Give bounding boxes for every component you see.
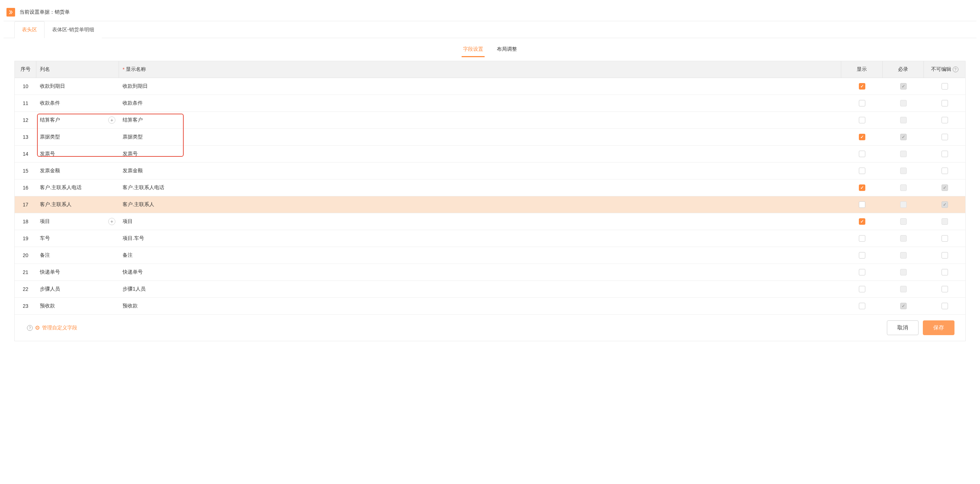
- cell-show: [841, 247, 883, 264]
- cell-noedit: [924, 112, 965, 128]
- cell-noedit: [924, 213, 965, 230]
- table-row: 12结算客户+结算客户: [15, 112, 965, 129]
- table-row: 17客户.主联系人客户.主联系人: [15, 196, 965, 213]
- cell-display-name[interactable]: 客户.主联系人: [119, 196, 841, 213]
- table-row: 23预收款预收款: [15, 298, 965, 315]
- sub-tab-0[interactable]: 字段设置: [461, 44, 485, 57]
- checkbox-show[interactable]: [859, 303, 865, 309]
- cell-display-name[interactable]: 发票金额: [119, 162, 841, 179]
- checkbox-required: [900, 269, 907, 275]
- tab-0[interactable]: 表头区: [14, 21, 45, 38]
- help-icon[interactable]: ?: [27, 325, 33, 331]
- checkbox-show[interactable]: [859, 269, 865, 275]
- checkbox-noedit[interactable]: [942, 252, 948, 258]
- main-tabs: 表头区表体区-销货单明细: [3, 21, 977, 38]
- cell-required: [883, 230, 924, 247]
- cell-required: [883, 146, 924, 162]
- checkbox-required: [900, 252, 907, 258]
- tab-1[interactable]: 表体区-销货单明细: [45, 21, 102, 38]
- cell-display-name[interactable]: 收款条件: [119, 95, 841, 111]
- cell-display-name[interactable]: 收款到期日: [119, 78, 841, 95]
- checkbox-noedit[interactable]: [942, 303, 948, 309]
- checkbox-required: [900, 83, 907, 89]
- cell-required: [883, 196, 924, 213]
- cell-display-name[interactable]: 步骤1人员: [119, 281, 841, 298]
- save-button[interactable]: 保存: [923, 320, 955, 335]
- cell-display-name[interactable]: 发票号: [119, 146, 841, 162]
- cell-seq: 20: [15, 247, 36, 264]
- cell-display-name[interactable]: 快递单号: [119, 264, 841, 280]
- cell-show: [841, 298, 883, 314]
- cell-required: [883, 162, 924, 179]
- checkbox-noedit[interactable]: [942, 117, 948, 123]
- cell-show: [841, 162, 883, 179]
- table-row: 15发票金额发票金额: [15, 162, 965, 180]
- cancel-button[interactable]: 取消: [887, 320, 918, 335]
- sub-tab-1[interactable]: 布局调整: [495, 44, 519, 57]
- plus-icon[interactable]: +: [108, 218, 115, 225]
- cell-show: [841, 230, 883, 247]
- cell-show: [841, 180, 883, 196]
- cell-noedit: [924, 129, 965, 145]
- checkbox-required: [900, 185, 907, 191]
- field-table: 序号 列名 * 显示名称 显示 必录 不可编辑 ? 10收款到期日收款到期日11…: [14, 61, 966, 315]
- table-row: 13票据类型票据类型: [15, 129, 965, 146]
- checkbox-required: [900, 218, 907, 225]
- checkbox-show[interactable]: [859, 252, 865, 258]
- plus-icon[interactable]: +: [108, 116, 115, 124]
- checkbox-show[interactable]: [859, 167, 865, 174]
- checkbox-show[interactable]: [859, 185, 865, 191]
- checkbox-noedit[interactable]: [942, 83, 948, 89]
- cell-seq: 19: [15, 230, 36, 247]
- cell-seq: 16: [15, 180, 36, 196]
- table-row: 19车号项目.车号: [15, 230, 965, 247]
- checkbox-show[interactable]: [859, 117, 865, 123]
- cell-noedit: [924, 78, 965, 95]
- header-bar: 当前设置单据：销货单: [3, 3, 977, 21]
- cell-required: [883, 95, 924, 111]
- checkbox-noedit[interactable]: [942, 100, 948, 107]
- cell-required: [883, 298, 924, 314]
- manage-custom-fields-link[interactable]: 管理自定义字段: [42, 325, 77, 331]
- checkbox-noedit[interactable]: [942, 269, 948, 275]
- table-row: 22步骤人员步骤1人员: [15, 281, 965, 298]
- checkbox-show[interactable]: [859, 83, 865, 89]
- cell-show: [841, 78, 883, 95]
- cell-show: [841, 281, 883, 298]
- checkbox-show[interactable]: [859, 134, 865, 140]
- cell-noedit: [924, 298, 965, 314]
- cell-display-name[interactable]: 预收款: [119, 298, 841, 314]
- cell-display-name[interactable]: 客户.主联系人电话: [119, 180, 841, 196]
- checkbox-noedit[interactable]: [942, 235, 948, 242]
- checkbox-show[interactable]: [859, 201, 865, 208]
- cell-show: [841, 112, 883, 128]
- help-icon[interactable]: ?: [953, 67, 958, 72]
- col-header-seq: 序号: [15, 61, 36, 78]
- checkbox-noedit[interactable]: [942, 286, 948, 292]
- cell-required: [883, 180, 924, 196]
- cell-display-name[interactable]: 票据类型: [119, 129, 841, 145]
- cell-show: [841, 129, 883, 145]
- checkbox-show[interactable]: [859, 286, 865, 292]
- cell-name: 预收款: [36, 298, 119, 314]
- checkbox-show[interactable]: [859, 235, 865, 242]
- cell-display-name[interactable]: 项目: [119, 213, 841, 230]
- checkbox-noedit[interactable]: [942, 151, 948, 157]
- collapse-button[interactable]: [6, 8, 15, 16]
- cell-display-name[interactable]: 项目.车号: [119, 230, 841, 247]
- cell-required: [883, 213, 924, 230]
- cell-name: 步骤人员: [36, 281, 119, 298]
- cell-display-name[interactable]: 备注: [119, 247, 841, 264]
- checkbox-show[interactable]: [859, 151, 865, 157]
- checkbox-noedit[interactable]: [942, 167, 948, 174]
- cell-seq: 22: [15, 281, 36, 298]
- checkbox-show[interactable]: [859, 100, 865, 107]
- cell-name: 客户.主联系人: [36, 196, 119, 213]
- footer-bar: ? ⚙ 管理自定义字段 取消 保存: [14, 315, 966, 341]
- cell-required: [883, 129, 924, 145]
- cell-display-name[interactable]: 结算客户: [119, 112, 841, 128]
- checkbox-noedit[interactable]: [942, 134, 948, 140]
- table-header: 序号 列名 * 显示名称 显示 必录 不可编辑 ?: [15, 61, 965, 78]
- checkbox-show[interactable]: [859, 218, 865, 225]
- cell-name: 备注: [36, 247, 119, 264]
